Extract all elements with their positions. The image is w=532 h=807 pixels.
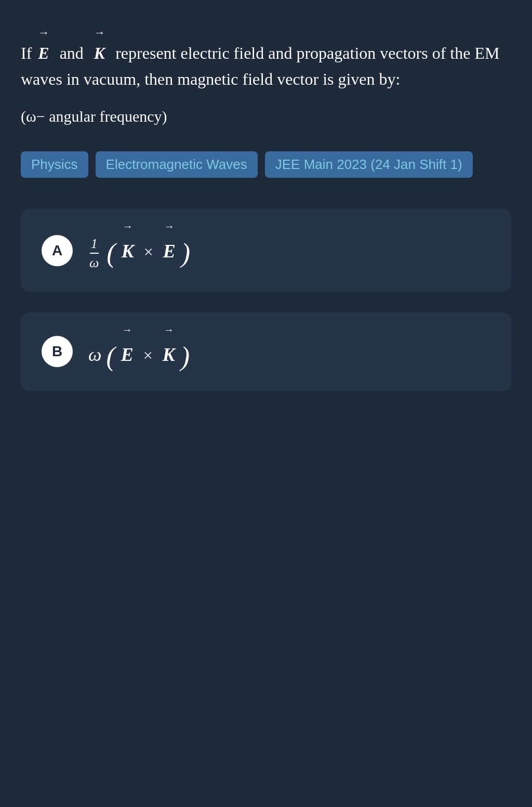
cross-b: × (143, 346, 153, 365)
option-a-formula: 1 ω ( → K × → E ) (88, 230, 190, 271)
close-paren-a: ) (181, 238, 190, 268)
question-container: If →E and →K represent electric field an… (21, 31, 511, 125)
vec-K-option-a: → K (122, 230, 134, 262)
tag-em-waves[interactable]: Electromagnetic Waves (96, 151, 258, 178)
question-text: If →E and →K represent electric field an… (21, 31, 511, 92)
option-a-card[interactable]: A 1 ω ( → K × → E ) (21, 209, 511, 292)
option-b-label: B (42, 336, 73, 367)
vec-K-option-b: → K (163, 333, 175, 366)
close-paren-b: ) (181, 342, 190, 371)
arrow-K-b: → (163, 324, 175, 336)
fraction-numerator: 1 (90, 236, 99, 254)
vec-E-option-b: → E (121, 333, 134, 366)
open-paren-b: ( (106, 342, 115, 371)
option-a-label: A (42, 235, 73, 266)
open-paren-a: ( (107, 238, 115, 268)
option-b-card[interactable]: B ω ( → E × → K ) (21, 313, 511, 391)
cross-a: × (144, 242, 153, 261)
arrow-K-a: → (122, 220, 134, 232)
fraction-1-omega: 1 ω (88, 236, 100, 271)
arrow-E-b: → (121, 324, 134, 336)
option-b-formula: ω ( → E × → K ) (88, 333, 190, 370)
angular-freq-note: (ω− angular frequency) (21, 108, 511, 125)
tags-container: Physics Electromagnetic Waves JEE Main 2… (21, 151, 511, 178)
vector-E: →E (38, 31, 49, 67)
tag-jee-main[interactable]: JEE Main 2023 (24 Jan Shift 1) (265, 151, 473, 178)
tag-physics[interactable]: Physics (21, 151, 88, 178)
fraction-denominator: ω (88, 254, 100, 271)
arrow-E-a: → (163, 220, 176, 232)
omega-b: ω (88, 344, 101, 365)
vector-K: →K (94, 31, 105, 67)
vec-E-option-a: → E (163, 230, 176, 262)
